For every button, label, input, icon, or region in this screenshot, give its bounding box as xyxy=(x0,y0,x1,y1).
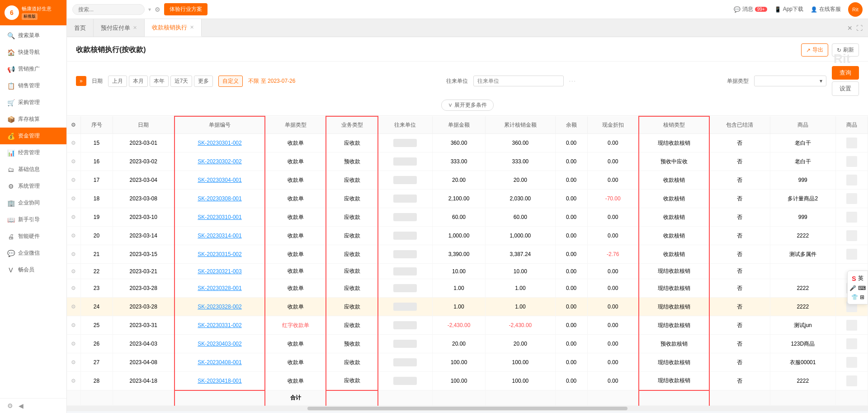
row-voucher-no[interactable]: SK-20230304-001 xyxy=(175,171,265,190)
row-settings-icon[interactable]: ⚙ xyxy=(67,372,80,390)
date-btn-本月[interactable]: 本月 xyxy=(129,76,148,87)
date-btn-上月[interactable]: 上月 xyxy=(108,76,127,87)
voucher-no-link[interactable]: SK-20230315-002 xyxy=(198,251,241,257)
th-voucher_no[interactable]: 单据编号 xyxy=(175,116,265,134)
table-area[interactable]: ⚙序号日期单据编号单据类型业务类型往来单位单据金额累计核销金额余额现金折扣核销类… xyxy=(67,116,868,413)
sidebar-item-basic[interactable]: 🗂基础信息 xyxy=(0,161,66,178)
tab-home[interactable]: 首页 xyxy=(67,19,94,37)
dropdown-chevron-icon[interactable]: ▾ xyxy=(148,6,151,13)
row-settings-icon[interactable]: ⚙ xyxy=(67,279,80,298)
th-balance[interactable]: 余额 xyxy=(555,116,587,134)
filter-settings-button[interactable]: 设置 xyxy=(832,81,859,96)
row-settings-icon[interactable]: ⚙ xyxy=(67,171,80,190)
voucher-no-link[interactable]: SK-20230308-001 xyxy=(198,195,241,202)
collapse-icon[interactable]: ◀ xyxy=(19,402,24,409)
row-voucher-no[interactable]: SK-20230308-001 xyxy=(175,190,265,208)
voucher-no-link[interactable]: SK-20230328-001 xyxy=(198,285,241,291)
scrollbar-thumb[interactable] xyxy=(307,407,628,410)
row-settings-icon[interactable]: ⚙ xyxy=(67,316,80,335)
th-product2[interactable]: 商品 xyxy=(835,116,868,134)
row-settings-icon[interactable]: ⚙ xyxy=(67,335,80,353)
filter-expand-button[interactable]: » xyxy=(76,76,86,86)
shirt-icon[interactable]: 👕 xyxy=(851,294,858,300)
row-settings-icon[interactable]: ⚙ xyxy=(67,298,80,316)
voucher-no-link[interactable]: SK-20230310-001 xyxy=(198,214,241,220)
row-settings-icon[interactable]: ⚙ xyxy=(67,152,80,171)
sidebar-item-purchase[interactable]: 🛒采购管理 xyxy=(0,94,66,111)
row-settings-icon[interactable]: ⚙ xyxy=(67,353,80,372)
date-btn-近7天[interactable]: 近7天 xyxy=(170,76,193,87)
query-button[interactable]: 查询 xyxy=(832,66,859,80)
voucher-type-select[interactable]: ▾ xyxy=(754,76,826,86)
sidebar-item-wechat[interactable]: 💬企业微信 xyxy=(0,245,66,261)
user-avatar[interactable]: Rit xyxy=(848,2,863,17)
row-settings-icon[interactable]: ⚙ xyxy=(67,208,80,227)
tab-collection[interactable]: 收款核销执行✕ xyxy=(145,19,202,37)
app-download-button[interactable]: 📱 App下载 xyxy=(774,5,803,13)
mic-icon[interactable]: 🎤 xyxy=(849,285,856,291)
row-voucher-no[interactable]: SK-20230302-002 xyxy=(175,152,265,171)
sidebar-item-finance[interactable]: 💰资金管理 xyxy=(0,128,66,144)
sidebar-item-corp[interactable]: 🏢企业协同 xyxy=(0,195,66,211)
sidebar-item-hardware[interactable]: 🖨智能硬件 xyxy=(0,228,66,245)
voucher-no-link[interactable]: SK-20230331-002 xyxy=(198,322,241,328)
tab-close-collection[interactable]: ✕ xyxy=(190,24,194,30)
th-voucher_type[interactable]: 单据类型 xyxy=(265,116,326,134)
voucher-no-link[interactable]: SK-20230302-002 xyxy=(198,158,241,165)
sidebar-item-search[interactable]: 🔍搜索菜单 xyxy=(0,27,66,44)
th-cash_discount[interactable]: 现金折扣 xyxy=(587,116,639,134)
date-btn-更多[interactable]: 更多 xyxy=(194,76,213,87)
refresh-button[interactable]: ↻ 刷新 xyxy=(832,43,859,57)
row-settings-icon[interactable]: ⚙ xyxy=(67,264,80,279)
expand-tab-icon[interactable]: ⛶ xyxy=(856,24,863,32)
row-voucher-no[interactable]: SK-20230328-002 xyxy=(175,298,265,316)
horizontal-scrollbar[interactable] xyxy=(67,406,868,411)
voucher-no-link[interactable]: SK-20230403-002 xyxy=(198,341,241,347)
row-settings-icon[interactable]: ⚙ xyxy=(67,190,80,208)
keyboard-icon[interactable]: ⌨ xyxy=(858,285,866,291)
th-product[interactable]: 商品 xyxy=(770,116,835,134)
row-voucher-no[interactable]: SK-20230321-003 xyxy=(175,264,265,279)
sidebar-item-sales[interactable]: 📋销售管理 xyxy=(0,77,66,94)
voucher-no-link[interactable]: SK-20230321-003 xyxy=(198,268,241,275)
voucher-no-link[interactable]: SK-20230301-002 xyxy=(198,140,241,146)
settings-bottom-icon[interactable]: ⚙ xyxy=(7,402,13,409)
sidebar-item-inventory[interactable]: 📦库存核算 xyxy=(0,111,66,128)
row-voucher-no[interactable]: SK-20230403-002 xyxy=(175,335,265,353)
th-date[interactable]: 日期 xyxy=(113,116,175,134)
message-button[interactable]: 💬 消息 99+ xyxy=(734,5,767,13)
sidebar-item-system[interactable]: ⚙系统管理 xyxy=(0,178,66,195)
row-voucher-no[interactable]: SK-20230314-001 xyxy=(175,227,265,245)
th-write_off_type[interactable]: 核销类型 xyxy=(639,116,709,134)
sidebar-item-quicknav[interactable]: 🏠快捷导航 xyxy=(0,44,66,61)
row-voucher-no[interactable]: SK-20230328-001 xyxy=(175,279,265,298)
gear-icon[interactable]: ⚙ xyxy=(155,6,160,13)
row-voucher-no[interactable]: SK-20230315-002 xyxy=(175,245,265,264)
sidebar-item-vip[interactable]: V畅会员 xyxy=(0,261,66,278)
th-partner[interactable]: 往来单位 xyxy=(378,116,433,134)
th-voucher_amount[interactable]: 单据金额 xyxy=(432,116,485,134)
tab-close-prepay[interactable]: ✕ xyxy=(133,25,137,31)
export-button[interactable]: ↗ 导出 xyxy=(801,43,828,57)
custom-date-button[interactable]: 自定义 xyxy=(218,76,243,87)
voucher-no-link[interactable]: SK-20230408-001 xyxy=(198,359,241,366)
th-settings[interactable]: ⚙ xyxy=(67,116,80,134)
row-settings-icon[interactable]: ⚙ xyxy=(67,245,80,264)
row-voucher-no[interactable]: SK-20230310-001 xyxy=(175,208,265,227)
voucher-no-link[interactable]: SK-20230328-002 xyxy=(198,304,241,310)
tab-prepay[interactable]: 预付应付单✕ xyxy=(94,19,145,37)
grid-icon[interactable]: ⊞ xyxy=(860,294,864,300)
search-input[interactable] xyxy=(72,4,145,15)
row-settings-icon[interactable]: ⚙ xyxy=(67,134,80,152)
sidebar-item-operation[interactable]: 📊经营管理 xyxy=(0,144,66,161)
expand-more-conditions-button[interactable]: ∨ 展开更多条件 xyxy=(441,100,493,111)
voucher-no-link[interactable]: SK-20230304-001 xyxy=(198,177,241,183)
th-biz_type[interactable]: 业务类型 xyxy=(326,116,377,134)
voucher-no-link[interactable]: SK-20230314-001 xyxy=(198,233,241,239)
close-tab-icon[interactable]: ✕ xyxy=(847,24,853,32)
row-settings-icon[interactable]: ⚙ xyxy=(67,227,80,245)
row-voucher-no[interactable]: SK-20230418-001 xyxy=(175,372,265,390)
online-service-button[interactable]: 👤 在线客服 xyxy=(811,5,841,13)
voucher-no-link[interactable]: SK-20230418-001 xyxy=(198,378,241,384)
partner-filter-input[interactable] xyxy=(473,76,564,86)
